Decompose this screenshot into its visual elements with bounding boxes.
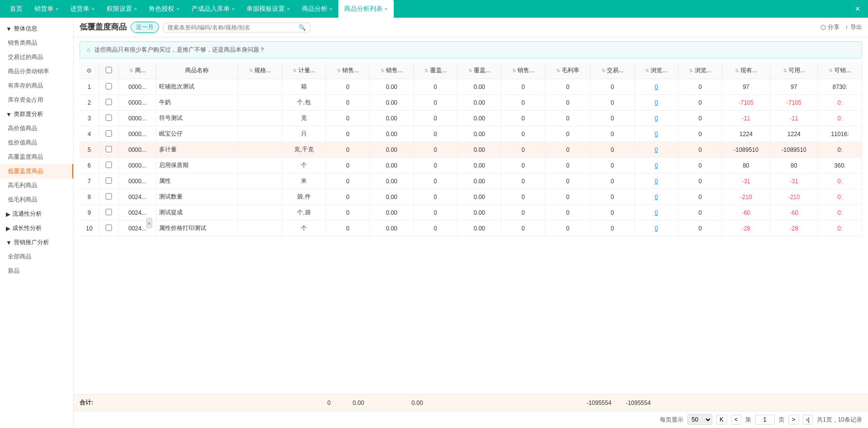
row-saleable: 0:: [818, 95, 862, 111]
row-checkbox[interactable]: [99, 205, 119, 221]
nav-tab-warehouse[interactable]: 产成品入库单 ×: [186, 0, 241, 18]
filter-period-btn[interactable]: 近一月: [131, 22, 159, 33]
col-header-sales1[interactable]: ⇅ 销售...: [326, 62, 370, 79]
close-sales-tab[interactable]: ×: [55, 0, 58, 18]
col-header-unit[interactable]: ⇅ 计量...: [282, 62, 326, 79]
row-checkbox[interactable]: [99, 111, 119, 126]
col-header-checkbox[interactable]: [99, 62, 119, 79]
row-checkbox[interactable]: [99, 95, 119, 111]
close-purchase-tab[interactable]: ×: [91, 0, 94, 18]
nav-tab-home[interactable]: 首页: [4, 0, 28, 18]
row-browse2: 0: [678, 111, 722, 126]
sidebar-item-high-value[interactable]: 高价值商品: [0, 121, 73, 136]
sidebar-item-all-goods[interactable]: 全部商品: [0, 250, 73, 264]
first-page-btn[interactable]: K: [716, 415, 727, 425]
nav-tab-purchase[interactable]: 进货单 ×: [64, 0, 100, 18]
row-checkbox[interactable]: [99, 142, 119, 158]
sidebar-item-high-margin[interactable]: 高毛利商品: [0, 178, 73, 193]
row-checkbox[interactable]: [99, 126, 119, 142]
row-name: 眠宝公仔: [156, 126, 238, 142]
row-browse1[interactable]: 0: [634, 142, 678, 158]
row-browse1[interactable]: 0: [634, 111, 678, 126]
row-name: 牛奶: [156, 95, 238, 111]
col-header-browse1[interactable]: ⇅ 浏览...: [634, 62, 678, 79]
sidebar-item-low-value[interactable]: 低价值商品: [0, 136, 73, 150]
row-coverage1: 0: [413, 221, 457, 236]
close-template-tab[interactable]: ×: [287, 0, 290, 18]
row-checkbox[interactable]: [99, 189, 119, 205]
row-checkbox[interactable]: [99, 173, 119, 189]
sidebar-item-category-rate[interactable]: 商品分类动销率: [0, 64, 73, 79]
sidebar-item-capital-occupy[interactable]: 库存资金占用: [0, 93, 73, 107]
sidebar-item-sales-goods[interactable]: 销售类商品: [0, 36, 73, 50]
col-header-browse2[interactable]: ⇅ 浏览...: [678, 62, 722, 79]
table-wrapper[interactable]: ⚙ ⇅ 商... 商品名称 ⇅: [74, 62, 868, 394]
col-header-coverage1[interactable]: ⇅ 覆盖...: [413, 62, 457, 79]
row-browse1[interactable]: 0: [634, 126, 678, 142]
sum-current: -1095554: [579, 399, 619, 406]
nav-tab-sales[interactable]: 销货单 ×: [28, 0, 64, 18]
col-header-sales2[interactable]: ⇅ 销售...: [370, 62, 413, 79]
nav-tab-analysis-list[interactable]: 商品分析列表 ×: [338, 0, 393, 18]
col-header-name[interactable]: 商品名称: [156, 62, 238, 79]
content-area: « 低覆盖度商品 近一月 🔍 ⬡ 分享 ↑ 导出 ☆: [74, 18, 868, 428]
sidebar-item-low-coverage[interactable]: 低覆盖度商品: [0, 164, 73, 178]
sidebar-group-growth[interactable]: ▶ 成长性分析: [0, 221, 73, 235]
row-browse1[interactable]: 0: [634, 173, 678, 189]
page-size-select[interactable]: 50 10 20 100: [687, 414, 712, 425]
row-checkbox[interactable]: [99, 221, 119, 236]
close-role-tab[interactable]: ×: [176, 0, 179, 18]
sidebar-item-new-goods[interactable]: 新品: [0, 264, 73, 278]
sidebar-group-circulation[interactable]: ▶ 流通性分析: [0, 207, 73, 221]
sidebar-group-cluster[interactable]: ▼ 类群度分析: [0, 107, 73, 121]
row-code: 0000...: [119, 126, 156, 142]
row-checkbox[interactable]: [99, 158, 119, 173]
nav-tab-role[interactable]: 角色授权 ×: [143, 0, 185, 18]
close-permission-tab[interactable]: ×: [134, 0, 137, 18]
col-header-gross-rate[interactable]: ⇅ 毛利率: [545, 62, 590, 79]
col-header-coverage2[interactable]: ⇅ 覆盖...: [458, 62, 501, 79]
prev-page-btn[interactable]: <: [731, 415, 741, 425]
row-browse1[interactable]: 0: [634, 158, 678, 173]
row-sales2: 0.00: [370, 95, 413, 111]
col-header-saleable[interactable]: ⇅ 可销...: [818, 62, 862, 79]
column-settings-icon[interactable]: ⚙: [86, 67, 92, 74]
sidebar-item-low-margin[interactable]: 低毛利商品: [0, 193, 73, 207]
sidebar-toggle-btn[interactable]: «: [146, 218, 152, 228]
window-close-btn[interactable]: ×: [851, 4, 864, 14]
col-header-setting[interactable]: ⚙: [80, 62, 99, 79]
row-spec: [238, 173, 282, 189]
col-header-code[interactable]: ⇅ 商...: [119, 62, 156, 79]
close-analysis-tab[interactable]: ×: [329, 0, 332, 18]
close-warehouse-tab[interactable]: ×: [232, 0, 235, 18]
nav-tab-permission[interactable]: 权限设置 ×: [101, 0, 143, 18]
export-btn[interactable]: ↑ 导出: [845, 23, 863, 31]
sidebar-item-stocked-goods[interactable]: 有库存的商品: [0, 79, 73, 93]
row-browse1[interactable]: 0: [634, 79, 678, 95]
col-header-available[interactable]: ⇅ 可用...: [770, 62, 818, 79]
col-header-current[interactable]: ⇅ 现有...: [722, 62, 770, 79]
nav-tab-template[interactable]: 单据模板设置 ×: [241, 0, 296, 18]
row-checkbox[interactable]: [99, 79, 119, 95]
row-browse1[interactable]: 0: [634, 95, 678, 111]
close-analysis-list-tab[interactable]: ×: [384, 0, 387, 18]
sidebar-item-high-coverage[interactable]: 高覆盖度商品: [0, 150, 73, 164]
share-btn[interactable]: ⬡ 分享: [820, 23, 840, 31]
sidebar-group-marketing[interactable]: ▼ 营销推广分析: [0, 235, 73, 250]
row-browse2: 0: [678, 79, 722, 95]
next-page-btn[interactable]: >: [788, 415, 799, 425]
page-number-input[interactable]: [755, 415, 775, 425]
row-browse1[interactable]: 0: [634, 189, 678, 205]
row-browse1[interactable]: 0: [634, 221, 678, 236]
last-page-btn[interactable]: ›|: [803, 415, 813, 425]
select-all-checkbox[interactable]: [106, 67, 112, 73]
col-header-spec[interactable]: ⇅ 规格...: [238, 62, 282, 79]
sidebar-group-overall[interactable]: ▼ 整体信息: [0, 22, 73, 36]
search-input[interactable]: [167, 24, 297, 31]
nav-tab-analysis[interactable]: 商品分析 ×: [296, 0, 338, 18]
row-browse1[interactable]: 0: [634, 205, 678, 221]
search-icon[interactable]: 🔍: [298, 24, 306, 31]
col-header-sales3[interactable]: ⇅ 销售...: [501, 62, 545, 79]
sidebar-item-traded-goods[interactable]: 交易过的商品: [0, 50, 73, 64]
col-header-trade[interactable]: ⇅ 交易...: [591, 62, 634, 79]
